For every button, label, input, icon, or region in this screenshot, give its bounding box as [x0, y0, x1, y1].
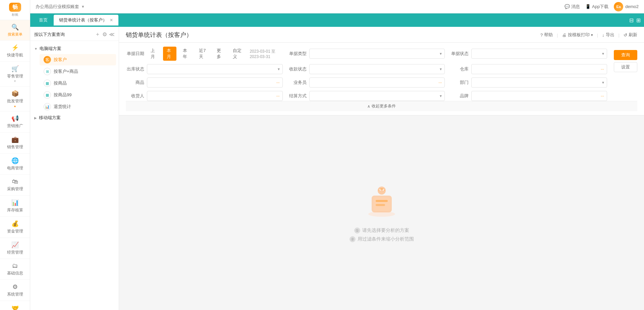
settle-item: 结算方式 ▾ [288, 91, 445, 101]
page-title: 销货单统计表（按客户） [126, 31, 192, 39]
receive-status-dropdown[interactable]: ▾ [309, 64, 445, 74]
collapse-panel-button[interactable]: ≪ [109, 31, 115, 38]
goods-input[interactable]: ··· [147, 78, 283, 88]
message-button[interactable]: 💬 消息 [565, 4, 580, 10]
header-left: 办公用品行业模拟账套 ▾ [36, 4, 84, 10]
date-btn-last-7[interactable]: 近7天 [195, 47, 210, 61]
collapse-label: 收起更多条件 [372, 103, 396, 109]
user-profile[interactable]: Ea demo2 [614, 2, 639, 11]
tree-expand-icon: ▼ [34, 47, 38, 51]
tree-parent-mobile[interactable]: ▶ 移动端方案 [30, 113, 119, 123]
status-label: 单据状态 [450, 51, 469, 57]
sidebar-item-business[interactable]: 📈 经营管理 [0, 238, 30, 259]
breadcrumb-dropdown[interactable]: ▾ [82, 4, 84, 9]
ecommerce-icon: 🌐 [11, 157, 19, 164]
print-icon: 🖨 [562, 33, 567, 38]
tab-minimize-icon[interactable]: ⊟ [629, 17, 634, 23]
template-print-button[interactable]: 🖨 按模板打印 ▾ [562, 32, 593, 38]
sidebar-item-purchase[interactable]: 🛍 采购管理 [0, 175, 30, 196]
left-panel-title: 按以下方案查询 [34, 32, 65, 38]
out-status-dropdown[interactable]: ▾ [147, 64, 283, 74]
refresh-button[interactable]: ↺ 刷新 [624, 32, 637, 38]
sidebar-item-search[interactable]: 🔍 搜索菜单 [0, 20, 30, 41]
collapse-bar[interactable]: ∧ 收起更多条件 [126, 101, 637, 111]
app-download-button[interactable]: 📱 App下载 [585, 4, 608, 10]
brand-input[interactable]: ··· [471, 91, 607, 101]
sidebar-item-finance[interactable]: 💰 资金管理 [0, 217, 30, 238]
settings-button[interactable]: 设置 [614, 62, 637, 72]
tree-child-return-stat[interactable]: 📊 退货统计 [40, 101, 116, 112]
base-icon: 🗂 [12, 262, 18, 269]
settle-label: 结算方式 [288, 93, 307, 99]
add-scheme-button[interactable]: ＋ [95, 31, 100, 38]
sidebar-item-cooperation[interactable]: 🤝 企业协同 [0, 301, 30, 310]
print-dropdown-icon[interactable]: ▾ [591, 33, 593, 37]
consignee-input[interactable]: ··· [147, 91, 283, 101]
type-dropdown[interactable]: ▾ [309, 49, 445, 59]
filter-grid: 单据日期 上月 本月 本年 近7天 更多 自定义 2023-03-01 至 20… [126, 47, 607, 101]
help-button[interactable]: ? 帮助 [540, 32, 553, 38]
tree-child-by-customer-goods[interactable]: ⊞ 按客户+商品 [40, 66, 116, 77]
page-title-bar: 销货单统计表（按客户） ? 帮助 | 🖨 按模板打印 ▾ | ↓ [119, 27, 644, 43]
salesperson-input[interactable]: ··· [309, 78, 445, 88]
sidebar: 畅 标账 🔍 搜索菜单 ⚡ 快捷导航 🛒 零售管理 ▾ 📦 批发管理 ▴ 📢 营… [0, 0, 30, 310]
department-label: 部门 [450, 80, 469, 86]
sidebar-item-retail[interactable]: 🛒 零售管理 ▾ [0, 62, 30, 87]
receive-status-dropdown-arrow: ▾ [440, 67, 442, 71]
sidebar-item-ecommerce[interactable]: 🌐 电商管理 [0, 154, 30, 175]
sidebar-item-base[interactable]: 🗂 基础信息 [0, 259, 30, 280]
sidebar-item-marketing[interactable]: 📢 营销推广 [0, 111, 30, 133]
sidebar-item-system[interactable]: ⚙ 系统管理 [0, 280, 30, 301]
tab-sales-stat[interactable]: 销货单统计表（按客户） ✕ [54, 15, 118, 25]
out-status-item: 出库状态 ▾ [126, 64, 283, 74]
export-button[interactable]: ↓ 导出 [602, 32, 614, 38]
sidebar-item-sales[interactable]: 💼 销售管理 [0, 133, 30, 154]
goods-label: 商品 [126, 80, 144, 86]
consignee-more-icon: ··· [276, 94, 280, 98]
sidebar-item-inventory[interactable]: 📊 库存核算 [0, 196, 30, 217]
filter-row-4: 收货人 ··· 结算方式 ▾ [126, 91, 607, 101]
tree-parent-desktop[interactable]: ▼ 电脑端方案 [30, 44, 119, 54]
date-btn-this-year[interactable]: 本年 [179, 47, 193, 61]
department-dropdown-arrow: ▾ [602, 80, 604, 85]
status-dropdown-arrow: ▾ [602, 51, 604, 56]
warehouse-input[interactable]: ··· [471, 64, 607, 74]
consignee-item: 收货人 ··· [126, 91, 283, 101]
logo-text: 标账 [12, 12, 18, 17]
date-btn-last-month[interactable]: 上月 [147, 47, 160, 61]
settle-dropdown-arrow: ▾ [440, 94, 442, 98]
sidebar-item-quick-nav[interactable]: ⚡ 快捷导航 [0, 41, 30, 62]
empty-hint-1: ① 请先选择要分析的方案 [354, 227, 409, 234]
date-btn-this-month[interactable]: 本月 [163, 47, 176, 61]
empty-icon [362, 180, 402, 221]
return-stat-icon: 📊 [44, 103, 51, 110]
query-button[interactable]: 查询 [614, 50, 637, 60]
salesperson-more-icon: ··· [438, 80, 442, 85]
tab-home[interactable]: 首页 [34, 15, 53, 25]
edit-scheme-button[interactable]: ⚙ [102, 31, 107, 38]
salesperson-item: 业务员 ··· [288, 78, 445, 88]
tree-child-by-goods-99[interactable]: ▦ 按商品99 [40, 89, 116, 101]
status-dropdown[interactable]: ▾ [471, 49, 607, 59]
type-filter-item: 单据类型 ▾ [288, 49, 445, 59]
sidebar-item-wholesale[interactable]: 📦 批发管理 ▴ [0, 87, 30, 111]
brand-item: 品牌 ··· [450, 91, 607, 101]
date-btn-custom[interactable]: 自定义 [229, 47, 246, 61]
warehouse-label: 仓库 [450, 66, 469, 72]
collapse-up-icon: ∧ [367, 104, 370, 109]
tab-actions: ⊟ ⊞ [629, 17, 641, 23]
receive-status-label: 收款状态 [288, 66, 307, 72]
filter-row-2: 出库状态 ▾ 收款状态 ▾ [126, 64, 607, 74]
settle-dropdown[interactable]: ▾ [309, 91, 445, 101]
type-dropdown-arrow: ▾ [440, 51, 442, 56]
date-btn-more[interactable]: 更多 [213, 47, 226, 61]
tree-child-by-goods[interactable]: ▦ 按商品 [40, 78, 116, 89]
department-dropdown[interactable]: ▾ [471, 78, 607, 88]
finance-icon: 💰 [11, 220, 19, 227]
tab-fullscreen-icon[interactable]: ⊞ [636, 17, 641, 23]
marketing-icon: 📢 [11, 115, 19, 122]
tree-child-by-customer[interactable]: 客 按客户 [40, 54, 116, 65]
svg-point-7 [383, 189, 384, 191]
hint-num-1: ① [354, 227, 360, 234]
tab-close-icon[interactable]: ✕ [110, 18, 113, 22]
